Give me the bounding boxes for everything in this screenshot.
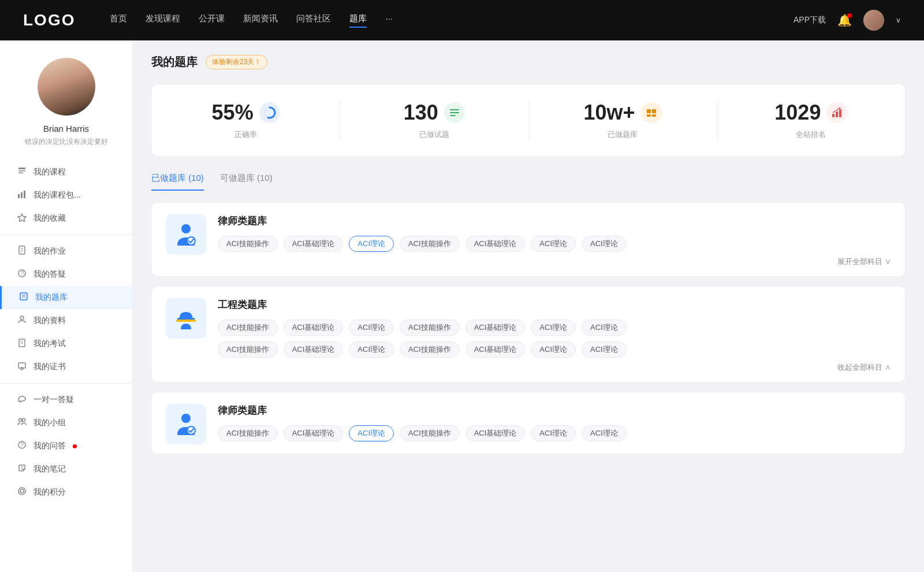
- sidebar-divider-1: [0, 235, 132, 235]
- group-icon: [16, 417, 28, 429]
- tag-l1-1[interactable]: ACI技能操作: [218, 236, 278, 252]
- tag-l2-2[interactable]: ACI基础理论: [284, 425, 344, 441]
- svg-rect-4: [21, 192, 23, 198]
- myqa-icon: ?: [16, 440, 28, 452]
- svg-rect-34: [450, 115, 456, 116]
- sidebar-item-certificate[interactable]: 我的证书: [0, 355, 132, 378]
- nav-chevron-icon[interactable]: ∨: [896, 16, 901, 24]
- tag-e2-4[interactable]: ACI技能操作: [400, 341, 460, 358]
- nav-link-opencourse[interactable]: 公开课: [199, 13, 225, 28]
- exambank-icon: [18, 292, 29, 303]
- stat-rank-row: 1029: [774, 101, 847, 125]
- tag-l2-1[interactable]: ACI技能操作: [218, 425, 278, 441]
- svg-point-29: [20, 489, 24, 493]
- tags-row-lawyer-1: ACI技能操作 ACI基础理论 ACI理论 ACI技能操作 ACI基础理论 AC…: [218, 236, 891, 252]
- stat-accuracy: 55% 正确率: [152, 101, 340, 140]
- nav-avatar[interactable]: [863, 10, 884, 31]
- tag-l2-7[interactable]: ACI理论: [582, 425, 627, 441]
- expand-link-lawyer-1[interactable]: 展开全部科目 ∨: [218, 257, 891, 267]
- tag-e1-1[interactable]: ACI技能操作: [218, 320, 278, 336]
- sidebar-item-mycourse[interactable]: 我的课程: [0, 161, 132, 184]
- nav-link-qa[interactable]: 问答社区: [296, 13, 331, 28]
- sidebar-item-favorites[interactable]: 我的收藏: [0, 207, 132, 230]
- tag-e1-5[interactable]: ACI基础理论: [465, 320, 526, 336]
- engineer-icon: [166, 298, 206, 339]
- tag-l1-7[interactable]: ACI理论: [582, 236, 627, 252]
- nav-link-news[interactable]: 新闻资讯: [243, 13, 278, 28]
- tags-row-engineer-2: ACI技能操作 ACI基础理论 ACI理论 ACI技能操作 ACI基础理论 AC…: [218, 341, 891, 358]
- tag-e2-6[interactable]: ACI理论: [531, 341, 576, 358]
- svg-text:?: ?: [21, 270, 24, 277]
- nav-link-home[interactable]: 首页: [110, 13, 127, 28]
- tag-e2-3[interactable]: ACI理论: [349, 341, 394, 358]
- nav-app-download[interactable]: APP下载: [793, 15, 826, 25]
- svg-rect-39: [832, 114, 834, 117]
- sidebar-item-homework[interactable]: 我的作业: [0, 240, 132, 263]
- tag-e2-7[interactable]: ACI理论: [582, 341, 627, 358]
- sidebar-item-questions[interactable]: ? 我的答疑: [0, 263, 132, 286]
- tag-l1-5[interactable]: ACI基础理论: [465, 236, 526, 252]
- nav-link-discover[interactable]: 发现课程: [146, 13, 180, 28]
- collapse-link-engineer[interactable]: 收起全部科目 ∧: [218, 362, 891, 373]
- tag-l2-5[interactable]: ACI基础理论: [465, 425, 526, 441]
- tag-e1-3[interactable]: ACI理论: [349, 320, 394, 336]
- tag-l2-3[interactable]: ACI理论: [349, 425, 394, 441]
- category-card-lawyer-2: 律师类题库 ACI技能操作 ACI基础理论 ACI理论 ACI技能操作 ACI基…: [151, 392, 906, 454]
- sidebar-item-exams[interactable]: 我的考试: [0, 332, 132, 355]
- sidebar-item-myqa[interactable]: ? 我的问答: [0, 434, 132, 458]
- svg-rect-2: [18, 173, 23, 174]
- tag-e2-2[interactable]: ACI基础理论: [284, 341, 344, 358]
- sidebar-menu: 我的课程 我的课程包... 我的收藏 我的作业: [0, 161, 132, 504]
- sidebar-item-notes[interactable]: 我的笔记: [0, 458, 132, 481]
- tag-l2-4[interactable]: ACI技能操作: [400, 425, 460, 441]
- tag-e2-5[interactable]: ACI基础理论: [465, 341, 526, 358]
- category-header-engineer: 工程类题库 ACI技能操作 ACI基础理论 ACI理论 ACI技能操作 ACI基…: [166, 298, 891, 373]
- sidebar-item-mypackage[interactable]: 我的课程包...: [0, 184, 132, 207]
- notes-icon: [16, 463, 28, 475]
- sidebar-item-1on1[interactable]: 一对一答疑: [0, 388, 132, 411]
- sidebar: Brian Harris 错误的决定比没有决定要好 我的课程 我的课程包...: [0, 40, 133, 572]
- tag-e1-6[interactable]: ACI理论: [531, 320, 576, 336]
- lawyer-icon-1: [166, 214, 206, 255]
- tag-e2-1[interactable]: ACI技能操作: [218, 341, 278, 358]
- trial-badge: 体验剩余23天！: [206, 55, 267, 69]
- svg-rect-3: [18, 194, 20, 198]
- category-content-lawyer-2: 律师类题库 ACI技能操作 ACI基础理论 ACI理论 ACI技能操作 ACI基…: [218, 404, 891, 441]
- nav-bell-icon[interactable]: 🔔: [837, 13, 852, 27]
- svg-rect-46: [176, 320, 196, 322]
- svg-rect-40: [836, 112, 838, 117]
- svg-rect-1: [18, 170, 25, 172]
- tags-row-lawyer-2: ACI技能操作 ACI基础理论 ACI理论 ACI技能操作 ACI基础理论 AC…: [218, 425, 891, 441]
- page-title: 我的题库: [151, 54, 198, 70]
- stat-done-banks: 10w+ 已做题库: [529, 101, 717, 140]
- mycourse-icon: [16, 166, 28, 178]
- tag-e1-4[interactable]: ACI技能操作: [400, 320, 460, 336]
- tag-l1-4[interactable]: ACI技能操作: [400, 236, 460, 252]
- tag-e1-2[interactable]: ACI基础理论: [284, 320, 344, 336]
- sidebar-item-group[interactable]: 我的小组: [0, 411, 132, 434]
- sidebar-item-profile[interactable]: 我的资料: [0, 309, 132, 332]
- svg-point-21: [21, 367, 23, 370]
- nav-link-more[interactable]: ···: [385, 13, 393, 28]
- sidebar-avatar-image: [38, 58, 95, 116]
- stat-rank-label: 全站排名: [796, 129, 826, 140]
- certificate-icon: [16, 361, 28, 373]
- nav-link-exam[interactable]: 题库: [349, 13, 367, 28]
- sidebar-item-points[interactable]: 我的积分: [0, 481, 132, 504]
- tag-l1-2[interactable]: ACI基础理论: [284, 236, 344, 252]
- tab-done[interactable]: 已做题库 (10): [151, 173, 204, 191]
- stat-rank-value: 1029: [774, 101, 821, 125]
- sidebar-label-points: 我的积分: [33, 487, 66, 497]
- nav-right: APP下载 🔔 ∨: [793, 10, 901, 31]
- stat-done-questions-row: 130: [404, 101, 465, 125]
- svg-point-28: [18, 488, 25, 495]
- tab-available[interactable]: 可做题库 (10): [220, 173, 273, 191]
- favorites-icon: [16, 213, 28, 224]
- tag-l2-6[interactable]: ACI理论: [531, 425, 576, 441]
- sidebar-item-exambank[interactable]: 我的题库: [0, 286, 132, 309]
- mypackage-icon: [16, 190, 28, 201]
- tag-l1-3[interactable]: ACI理论: [349, 236, 394, 252]
- tag-l1-6[interactable]: ACI理论: [531, 236, 576, 252]
- tag-e1-7[interactable]: ACI理论: [582, 320, 627, 336]
- category-name-engineer: 工程类题库: [218, 298, 891, 311]
